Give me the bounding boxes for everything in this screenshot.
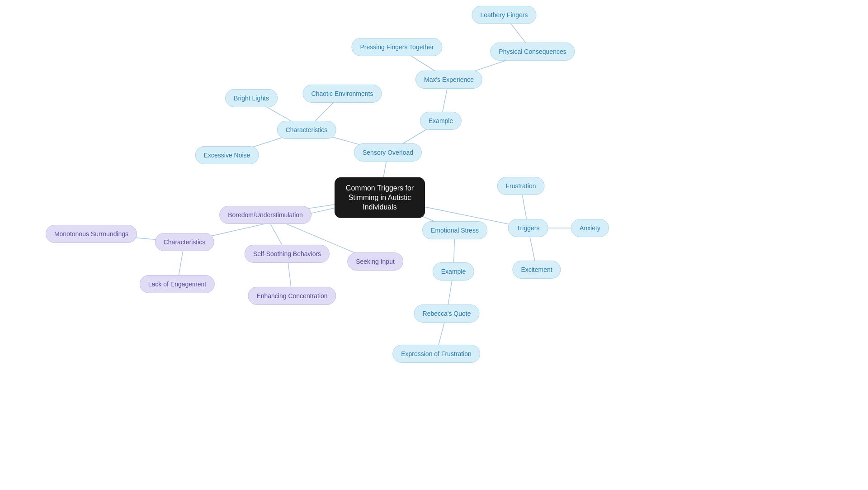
node-lackEngagement: Lack of Engagement (140, 275, 215, 293)
node-anxiety: Anxiety (571, 219, 609, 237)
node-excitement: Excitement (512, 261, 561, 279)
node-excessiveNoise: Excessive Noise (195, 146, 259, 164)
node-leatheryFingers: Leathery Fingers (472, 6, 536, 24)
node-chaoticEnv: Chaotic Environments (303, 85, 382, 103)
node-characteristics_bottom: Characteristics (155, 233, 214, 251)
node-sensoryOverload: Sensory Overload (354, 143, 422, 162)
node-selfSoothing: Self-Soothing Behaviors (245, 245, 330, 263)
node-rebeccaQuote: Rebecca's Quote (414, 304, 480, 323)
mind-map: Common Triggers for Stimming in Autistic… (0, 0, 868, 490)
node-example_bottom: Example (433, 262, 474, 281)
node-monotonoussurroundings: Monotonous Surroundings (46, 225, 137, 243)
node-emotionalStress: Emotional Stress (422, 221, 487, 239)
node-brightLights: Bright Lights (225, 89, 278, 107)
node-center: Common Triggers for Stimming in Autistic… (335, 177, 425, 218)
node-pressingFingers: Pressing Fingers Together (351, 38, 442, 56)
node-seekingInput: Seeking Input (347, 252, 403, 271)
node-expressionFrustration: Expression of Frustration (392, 345, 480, 363)
node-physicalConsequences: Physical Consequences (490, 43, 575, 61)
node-enhancingConcentration: Enhancing Concentration (248, 287, 336, 305)
node-characteristics_top: Characteristics (277, 121, 336, 139)
node-example_top: Example (420, 112, 462, 130)
node-maxExperience: Max's Experience (415, 71, 482, 89)
node-triggers: Triggers (508, 219, 548, 237)
node-boredom: Boredom/Understimulation (219, 206, 311, 224)
node-frustration: Frustration (497, 177, 545, 195)
